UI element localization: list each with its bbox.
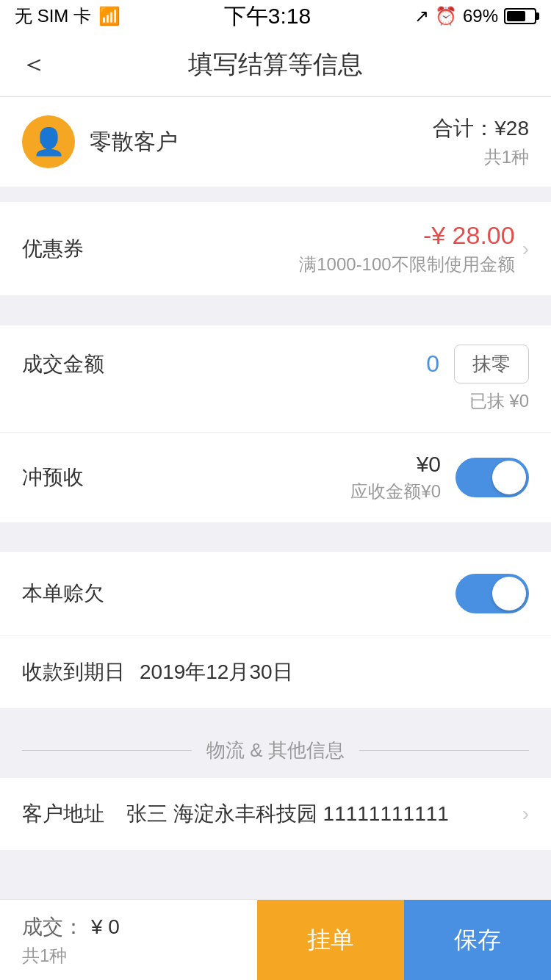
address-label: 客户地址: [22, 800, 104, 828]
deal-amount: ¥ 0: [91, 915, 120, 939]
status-bar: 无 SIM 卡 📶 下午3:18 ↗ ⏰ 69%: [0, 0, 551, 32]
debt-row: 本单赊欠: [0, 552, 551, 635]
due-date-row: 收款到期日 2019年12月30日: [0, 635, 551, 708]
coupon-sub: 满1000-100不限制使用金额: [299, 253, 514, 276]
carrier-label: 无 SIM 卡: [15, 4, 91, 28]
address-value: 张三 海淀永丰科技园 11111111111: [126, 800, 522, 828]
wifi-icon: 📶: [98, 6, 120, 26]
pre-collection-middle: ¥0 应收金额¥0: [84, 452, 441, 503]
debt-toggle-knob: [492, 577, 526, 610]
avatar-icon: 👤: [32, 126, 65, 157]
amount-right: 抹零: [381, 345, 529, 383]
coupon-row[interactable]: 优惠券 -¥ 28.00 满1000-100不限制使用金额 ›: [0, 202, 551, 296]
debt-toggle[interactable]: [455, 574, 529, 613]
coupon-section: 优惠券 -¥ 28.00 满1000-100不限制使用金额 ›: [0, 202, 551, 296]
back-button[interactable]: ＜: [21, 46, 47, 82]
section-divider-2: [0, 537, 551, 552]
address-section: 客户地址 张三 海淀永丰科技园 11111111111 ›: [0, 778, 551, 850]
due-date-label: 收款到期日: [22, 658, 125, 686]
customer-count: 共1种: [433, 145, 529, 169]
pre-collection-sub: 应收金额¥0: [84, 480, 441, 503]
bottom-count: 共1种: [22, 944, 235, 968]
bottom-bar: 成交： ¥ 0 共1种 挂单 保存: [0, 899, 551, 980]
debt-label: 本单赊欠: [22, 580, 104, 608]
divider-line-right: [359, 750, 529, 751]
bottom-buttons: 挂单 保存: [257, 900, 551, 980]
customer-total: 合计：¥28: [433, 115, 529, 143]
customer-right: 合计：¥28 共1种: [433, 115, 529, 169]
hold-button[interactable]: 挂单: [257, 900, 404, 980]
save-button[interactable]: 保存: [404, 900, 551, 980]
pre-collection-label: 冲预收: [22, 464, 84, 491]
debt-section: 本单赊欠 收款到期日 2019年12月30日: [0, 552, 551, 708]
amount-top: 成交金额 抹零: [22, 345, 529, 383]
toggle-knob: [492, 461, 526, 494]
status-time: 下午3:18: [224, 1, 311, 32]
customer-name: 零散客户: [90, 127, 178, 157]
round-zero-button[interactable]: 抹零: [454, 345, 529, 383]
logistics-header: 物流 & 其他信息: [0, 723, 551, 778]
status-left: 无 SIM 卡 📶: [15, 4, 120, 28]
pre-collection-amount: ¥0: [84, 452, 441, 477]
divider-line-left: [22, 750, 192, 751]
coupon-label: 优惠券: [22, 235, 84, 263]
avatar: 👤: [22, 115, 75, 168]
amount-label: 成交金额: [22, 350, 104, 378]
customer-left: 👤 零散客户: [22, 115, 178, 168]
amount-row: 成交金额 抹零 已抹 ¥0: [0, 325, 551, 433]
chevron-right-icon: ›: [522, 237, 529, 261]
logistics-title: 物流 & 其他信息: [206, 738, 345, 763]
pre-collection-row: 冲预收 ¥0 应收金额¥0: [0, 433, 551, 522]
bottom-info: 成交： ¥ 0 共1种: [0, 913, 257, 968]
logistics-header-inner: 物流 & 其他信息: [22, 738, 529, 763]
pre-collection-toggle[interactable]: [455, 458, 529, 497]
coupon-value: -¥ 28.00: [299, 221, 514, 250]
status-right: ↗ ⏰ 69%: [414, 6, 536, 26]
amount-sub: 已抹 ¥0: [22, 389, 529, 413]
location-icon: ↗: [414, 6, 429, 26]
coupon-right: -¥ 28.00 满1000-100不限制使用金额 ›: [299, 221, 529, 276]
page-title: 填写结算等信息: [188, 48, 363, 82]
amount-input[interactable]: [381, 350, 439, 378]
alarm-icon: ⏰: [435, 6, 457, 26]
transaction-section: 成交金额 抹零 已抹 ¥0 冲预收 ¥0 应收金额¥0: [0, 325, 551, 522]
main-content: 👤 零散客户 合计：¥28 共1种 优惠券 -¥ 28.00 满1000-100…: [0, 97, 551, 980]
customer-row: 👤 零散客户 合计：¥28 共1种: [0, 97, 551, 187]
bottom-deal: 成交： ¥ 0: [22, 913, 235, 941]
address-row[interactable]: 客户地址 张三 海淀永丰科技园 11111111111 ›: [0, 778, 551, 850]
customer-section: 👤 零散客户 合计：¥28 共1种: [0, 97, 551, 187]
due-date-value: 2019年12月30日: [140, 658, 293, 686]
battery-icon: [504, 8, 536, 24]
deal-label: 成交：: [22, 913, 84, 941]
nav-bar: ＜ 填写结算等信息: [0, 32, 551, 97]
chevron-right-address-icon: ›: [522, 802, 529, 826]
section-divider-1: [0, 311, 551, 325]
battery-percent: 69%: [463, 6, 498, 26]
